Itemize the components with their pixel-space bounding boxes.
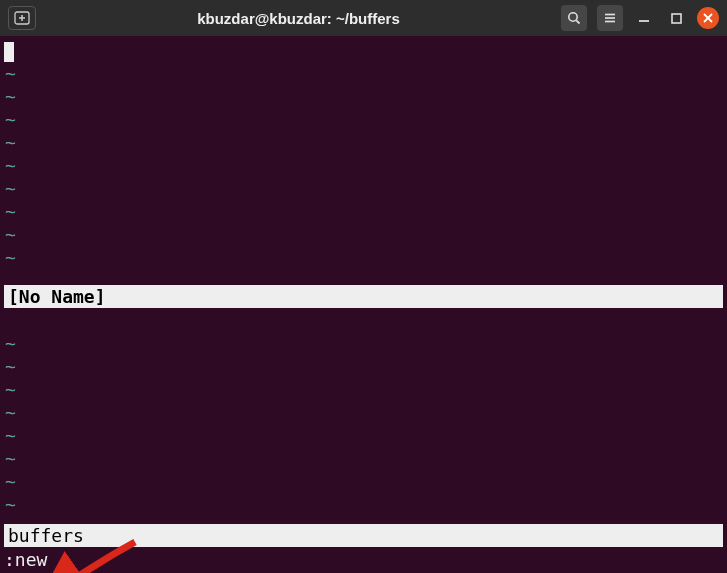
tilde-line: ~ <box>0 401 727 424</box>
tilde-line: ~ <box>0 493 727 516</box>
top-status-line: [No Name] <box>0 283 727 310</box>
command-line-row: :new <box>0 548 727 571</box>
window-titlebar: kbuzdar@kbuzdar: ~/buffers <box>0 0 727 36</box>
tilde-line: ~ <box>0 332 727 355</box>
tilde-line: ~ <box>0 62 727 85</box>
tilde-line: ~ <box>0 355 727 378</box>
new-tab-button[interactable] <box>8 6 36 30</box>
tilde-line: ~ <box>0 378 727 401</box>
close-icon <box>703 13 713 23</box>
tilde-line: ~ <box>0 470 727 493</box>
new-tab-icon <box>14 11 30 25</box>
tilde-line: ~ <box>0 177 727 200</box>
status-bar-bottom: buffers <box>4 524 723 547</box>
tilde-line: ~ <box>0 223 727 246</box>
vim-top-pane: ~~~~~~~~~ <box>0 36 727 269</box>
cursor <box>4 42 14 62</box>
svg-rect-9 <box>672 14 681 23</box>
minimize-icon <box>638 12 650 24</box>
vim-command-line[interactable]: :new <box>0 548 727 571</box>
tilde-line: ~ <box>0 246 727 269</box>
tilde-line: ~ <box>0 154 727 177</box>
menu-button[interactable] <box>597 5 623 31</box>
vim-bottom-pane: ~~~~~~~~ <box>0 309 727 516</box>
tilde-line: ~ <box>0 424 727 447</box>
maximize-icon <box>671 13 682 24</box>
tilde-line: ~ <box>0 85 727 108</box>
search-button[interactable] <box>561 5 587 31</box>
terminal-area[interactable]: ~~~~~~~~~ [No Name] ~~~~~~~~ buffers :ne… <box>0 36 727 573</box>
window-title: kbuzdar@kbuzdar: ~/buffers <box>44 10 553 27</box>
tilde-line: ~ <box>0 200 727 223</box>
svg-line-4 <box>576 20 579 23</box>
tilde-line: ~ <box>0 131 727 154</box>
buffer-first-line-bottom <box>0 309 727 332</box>
tilde-line: ~ <box>0 108 727 131</box>
titlebar-left <box>8 6 36 30</box>
maximize-button[interactable] <box>665 7 687 29</box>
tilde-line: ~ <box>0 447 727 470</box>
search-icon <box>567 11 581 25</box>
svg-point-3 <box>569 13 577 21</box>
buffer-first-line <box>0 36 727 62</box>
minimize-button[interactable] <box>633 7 655 29</box>
hamburger-icon <box>603 11 617 25</box>
bottom-status-line: buffers <box>0 524 727 547</box>
close-button[interactable] <box>697 7 719 29</box>
titlebar-right <box>561 5 719 31</box>
status-bar-top: [No Name] <box>4 285 723 308</box>
